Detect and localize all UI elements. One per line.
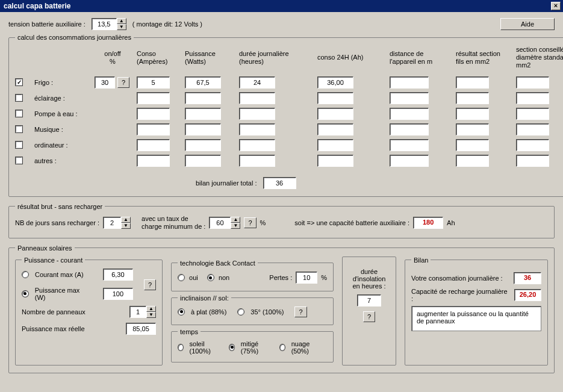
radio-puissance[interactable] xyxy=(22,290,29,297)
dist-input[interactable] xyxy=(390,155,429,167)
spin-up-icon[interactable]: ▲ xyxy=(231,217,240,223)
sect-input[interactable] xyxy=(456,123,489,135)
reelle-label: Puissance max réelle xyxy=(22,325,85,332)
taux-label-1: avec un taux de xyxy=(142,215,205,223)
row-checkbox[interactable] xyxy=(15,94,23,102)
ah-input[interactable] xyxy=(317,155,353,167)
sect-input[interactable] xyxy=(456,108,489,120)
ah-input[interactable] xyxy=(317,92,353,104)
watt-input[interactable] xyxy=(185,92,221,104)
watt-input[interactable] xyxy=(185,108,221,120)
dist-input[interactable] xyxy=(390,76,429,89)
watt-input[interactable] xyxy=(185,76,221,89)
total-label: bilan journalier total : xyxy=(196,179,257,187)
dist-input[interactable] xyxy=(390,139,429,151)
spin-down-icon[interactable]: ▼ xyxy=(117,24,126,30)
brut-fieldset: résultat brut - sans recharger NB de jou… xyxy=(8,203,555,238)
spin-down-icon[interactable]: ▼ xyxy=(146,312,156,318)
radio-temps-mitige[interactable] xyxy=(229,344,235,351)
close-icon[interactable]: × xyxy=(551,2,561,10)
hours-input[interactable] xyxy=(239,108,275,120)
amp-input[interactable] xyxy=(137,155,170,167)
amp-input[interactable] xyxy=(137,123,170,135)
amp-input[interactable] xyxy=(137,92,170,104)
radio-tech-oui[interactable] xyxy=(178,274,185,281)
row-checkbox[interactable] xyxy=(15,141,23,149)
hours-input[interactable] xyxy=(239,123,275,135)
hours-input[interactable] xyxy=(239,155,275,167)
sect-input[interactable] xyxy=(456,92,489,104)
sectstd-input[interactable] xyxy=(516,108,549,120)
hours-input[interactable] xyxy=(239,92,275,104)
ah-input[interactable] xyxy=(317,123,353,135)
spin-up-icon[interactable]: ▲ xyxy=(121,217,131,223)
insol-help-button[interactable]: ? xyxy=(363,311,375,322)
nb-input[interactable] xyxy=(129,306,146,318)
spin-down-icon[interactable]: ▼ xyxy=(231,223,240,229)
hours-input[interactable] xyxy=(239,139,275,151)
amp-input[interactable] xyxy=(137,139,170,151)
row-checkbox[interactable] xyxy=(15,78,23,86)
ah-input[interactable] xyxy=(317,139,353,151)
amp-input[interactable] xyxy=(137,76,170,89)
sectstd-input[interactable] xyxy=(516,139,549,151)
tension-spinner[interactable]: ▲ ▼ xyxy=(92,18,126,30)
nb-spinner[interactable]: ▲ ▼ xyxy=(129,306,156,318)
onoff-help-button[interactable]: ? xyxy=(117,77,129,88)
amp-input[interactable] xyxy=(137,108,170,120)
sect-input[interactable] xyxy=(456,76,489,89)
jours-spinner[interactable]: ▲ ▼ xyxy=(103,217,131,229)
watt-input[interactable] xyxy=(185,155,221,167)
radio-incl-flat[interactable] xyxy=(178,308,185,316)
pc-legend: Puissance - courant xyxy=(22,257,85,264)
taux-help-button[interactable]: ? xyxy=(244,217,256,228)
radio-incl-35[interactable] xyxy=(237,308,244,316)
dist-input[interactable] xyxy=(390,92,429,104)
reelle-input[interactable] xyxy=(126,323,156,335)
sectstd-input[interactable] xyxy=(516,155,549,167)
hours-input[interactable] xyxy=(239,76,275,89)
spin-down-icon[interactable]: ▼ xyxy=(121,223,131,229)
table-row: Musique : xyxy=(15,122,563,137)
window-title: calcul capa batterie xyxy=(4,2,70,10)
radio-temps-soleil[interactable] xyxy=(178,344,184,351)
spin-up-icon[interactable]: ▲ xyxy=(117,18,126,24)
puissance-input[interactable] xyxy=(103,288,133,300)
watt-input[interactable] xyxy=(185,123,221,135)
help-button[interactable]: Aide xyxy=(500,18,555,30)
pc-help-button[interactable]: ? xyxy=(144,279,156,290)
onoff-input[interactable] xyxy=(95,76,115,89)
sect-input[interactable] xyxy=(456,155,489,167)
total-value[interactable] xyxy=(263,177,296,189)
spin-up-icon[interactable]: ▲ xyxy=(146,306,156,312)
radio-tech-non[interactable] xyxy=(207,274,214,281)
dist-input[interactable] xyxy=(390,108,429,120)
dist-input[interactable] xyxy=(390,123,429,135)
taux-spinner[interactable]: ▲ ▼ xyxy=(209,217,240,229)
watt-input[interactable] xyxy=(185,139,221,151)
ah-input[interactable] xyxy=(317,76,353,89)
jours-label: NB de jours sans recharger : xyxy=(15,219,99,226)
courant-label: Courant max (A) xyxy=(35,271,84,278)
puissance-label: Puissance max (W) xyxy=(35,287,91,301)
sect-input[interactable] xyxy=(456,139,489,151)
tech-oui-label: oui xyxy=(189,274,198,281)
ah-input[interactable] xyxy=(317,108,353,120)
taux-input[interactable] xyxy=(209,217,231,229)
courant-input[interactable] xyxy=(103,269,133,281)
sectstd-input[interactable] xyxy=(516,76,549,89)
radio-temps-nuage[interactable] xyxy=(279,344,285,351)
tension-input[interactable] xyxy=(92,18,117,30)
row-checkbox[interactable] xyxy=(15,157,23,164)
radio-courant[interactable] xyxy=(22,271,29,278)
sectstd-input[interactable] xyxy=(516,123,549,135)
jours-input[interactable] xyxy=(103,217,121,229)
insol-input[interactable] xyxy=(357,294,381,306)
bilan-legend: Bilan xyxy=(411,257,431,264)
row-checkbox[interactable] xyxy=(15,110,23,117)
sectstd-input[interactable] xyxy=(516,92,549,104)
row-checkbox[interactable] xyxy=(15,125,23,133)
pc-fieldset: Puissance - courant Courant max (A) ? Pu… xyxy=(15,257,163,366)
pertes-input[interactable] xyxy=(296,272,317,284)
incl-help-button[interactable]: ? xyxy=(294,306,306,317)
